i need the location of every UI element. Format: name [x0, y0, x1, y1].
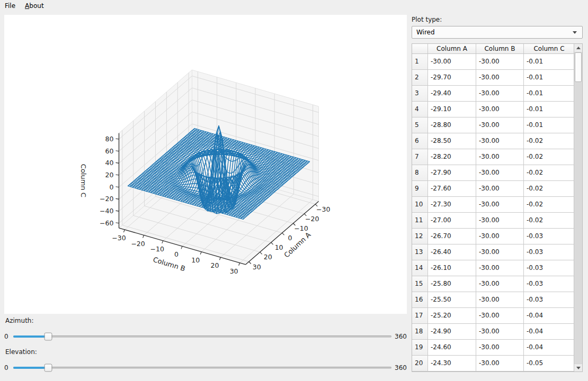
- cell-column-a[interactable]: -30.00: [428, 54, 476, 70]
- table-row[interactable]: 6-28.50-30.00-0.02: [412, 133, 574, 149]
- table-row[interactable]: 9-27.60-30.00-0.02: [412, 181, 574, 197]
- table-row[interactable]: 10-27.30-30.00-0.02: [412, 197, 574, 213]
- cell-column-b[interactable]: -30.00: [476, 213, 524, 229]
- cell-column-c[interactable]: -0.04: [524, 324, 574, 340]
- cell-column-c[interactable]: -0.03: [524, 244, 574, 260]
- elevation-slider-row: 0 360: [4, 364, 407, 372]
- table-row[interactable]: 5-28.80-30.00-0.01: [412, 117, 574, 133]
- cell-column-b[interactable]: -30.00: [476, 54, 524, 70]
- cell-column-b[interactable]: -30.00: [476, 133, 524, 149]
- cell-column-c[interactable]: -0.03: [524, 229, 574, 244]
- cell-column-b[interactable]: -30.00: [476, 86, 524, 102]
- cell-column-c[interactable]: -0.01: [524, 70, 574, 86]
- elevation-slider[interactable]: [13, 367, 391, 369]
- svg-text:0: 0: [174, 250, 179, 258]
- plot-type-select[interactable]: Wired: [412, 26, 583, 39]
- scrollbar-thumb[interactable]: [575, 52, 582, 82]
- cell-column-a[interactable]: -24.30: [428, 356, 476, 371]
- table-row[interactable]: 7-28.20-30.00-0.02: [412, 149, 574, 165]
- cell-column-a[interactable]: -27.90: [428, 165, 476, 181]
- cell-column-a[interactable]: -27.00: [428, 213, 476, 229]
- cell-column-a[interactable]: -29.70: [428, 70, 476, 86]
- table-row[interactable]: 11-27.00-30.00-0.02: [412, 213, 574, 229]
- table-row[interactable]: 15-25.80-30.00-0.03: [412, 276, 574, 292]
- table-row[interactable]: 17-25.20-30.00-0.04: [412, 308, 574, 324]
- table-header-column-b[interactable]: Column B: [476, 44, 524, 53]
- cell-column-b[interactable]: -30.00: [476, 276, 524, 292]
- cell-column-a[interactable]: -25.20: [428, 308, 476, 324]
- table-row[interactable]: 13-26.40-30.00-0.03: [412, 244, 574, 260]
- scrollbar-down-button[interactable]: [574, 364, 582, 371]
- cell-column-a[interactable]: -26.70: [428, 229, 476, 244]
- table-row[interactable]: 19-24.60-30.00-0.04: [412, 340, 574, 356]
- cell-column-c[interactable]: -0.01: [524, 117, 574, 133]
- cell-column-a[interactable]: -28.80: [428, 117, 476, 133]
- table-row[interactable]: 4-29.10-30.00-0.01: [412, 102, 574, 117]
- cell-column-b[interactable]: -30.00: [476, 340, 524, 356]
- cell-column-c[interactable]: -0.03: [524, 260, 574, 276]
- table-row[interactable]: 1-30.00-30.00-0.01: [412, 54, 574, 70]
- table-row[interactable]: 14-26.10-30.00-0.03: [412, 260, 574, 276]
- cell-column-c[interactable]: -0.01: [524, 54, 574, 70]
- cell-column-a[interactable]: -26.40: [428, 244, 476, 260]
- cell-column-c[interactable]: -0.03: [524, 292, 574, 308]
- cell-column-b[interactable]: -30.00: [476, 70, 524, 86]
- table-header-column-c[interactable]: Column C: [524, 44, 574, 53]
- cell-column-a[interactable]: -27.30: [428, 197, 476, 213]
- menu-about-label: bout: [29, 2, 43, 10]
- cell-column-a[interactable]: -28.50: [428, 133, 476, 149]
- cell-column-b[interactable]: -30.00: [476, 229, 524, 244]
- cell-column-c[interactable]: -0.04: [524, 308, 574, 324]
- cell-column-a[interactable]: -28.20: [428, 149, 476, 165]
- cell-column-c[interactable]: -0.02: [524, 133, 574, 149]
- cell-column-b[interactable]: -30.00: [476, 181, 524, 197]
- plot-canvas[interactable]: −30−20−100102030−30−20−10010203080604020…: [4, 15, 407, 314]
- cell-column-b[interactable]: -30.00: [476, 324, 524, 340]
- cell-column-b[interactable]: -30.00: [476, 165, 524, 181]
- cell-column-c[interactable]: -0.02: [524, 165, 574, 181]
- menu-about[interactable]: About: [20, 1, 49, 11]
- cell-column-c[interactable]: -0.02: [524, 181, 574, 197]
- table-row[interactable]: 18-24.90-30.00-0.04: [412, 324, 574, 340]
- table-row[interactable]: 2-29.70-30.00-0.01: [412, 70, 574, 86]
- cell-column-a[interactable]: -25.50: [428, 292, 476, 308]
- cell-column-b[interactable]: -30.00: [476, 244, 524, 260]
- scrollbar-groove[interactable]: [574, 52, 582, 364]
- azimuth-slider[interactable]: [13, 335, 391, 338]
- cell-column-b[interactable]: -30.00: [476, 260, 524, 276]
- cell-column-c[interactable]: -0.02: [524, 197, 574, 213]
- cell-column-a[interactable]: -24.60: [428, 340, 476, 356]
- cell-column-a[interactable]: -24.90: [428, 324, 476, 340]
- table-scrollbar[interactable]: [574, 44, 582, 371]
- table-row[interactable]: 20-24.30-30.00-0.05: [412, 356, 574, 371]
- scrollbar-up-button[interactable]: [574, 44, 582, 52]
- cell-column-c[interactable]: -0.01: [524, 86, 574, 102]
- cell-column-c[interactable]: -0.02: [524, 213, 574, 229]
- row-index-cell: 4: [412, 102, 428, 117]
- azimuth-slider-handle[interactable]: [44, 333, 52, 341]
- cell-column-a[interactable]: -29.40: [428, 86, 476, 102]
- cell-column-b[interactable]: -30.00: [476, 102, 524, 117]
- table-row[interactable]: 3-29.40-30.00-0.01: [412, 86, 574, 102]
- cell-column-a[interactable]: -26.10: [428, 260, 476, 276]
- cell-column-a[interactable]: -29.10: [428, 102, 476, 117]
- table-row[interactable]: 16-25.50-30.00-0.03: [412, 292, 574, 308]
- cell-column-b[interactable]: -30.00: [476, 117, 524, 133]
- elevation-slider-handle[interactable]: [44, 364, 52, 372]
- cell-column-b[interactable]: -30.00: [476, 292, 524, 308]
- table-row[interactable]: 12-26.70-30.00-0.03: [412, 229, 574, 244]
- cell-column-c[interactable]: -0.01: [524, 102, 574, 117]
- cell-column-c[interactable]: -0.04: [524, 340, 574, 356]
- table-header-column-a[interactable]: Column A: [428, 44, 476, 53]
- cell-column-b[interactable]: -30.00: [476, 197, 524, 213]
- cell-column-c[interactable]: -0.03: [524, 276, 574, 292]
- cell-column-b[interactable]: -30.00: [476, 356, 524, 371]
- cell-column-c[interactable]: -0.02: [524, 149, 574, 165]
- cell-column-a[interactable]: -27.60: [428, 181, 476, 197]
- table-row[interactable]: 8-27.90-30.00-0.02: [412, 165, 574, 181]
- cell-column-b[interactable]: -30.00: [476, 308, 524, 324]
- cell-column-b[interactable]: -30.00: [476, 149, 524, 165]
- cell-column-c[interactable]: -0.05: [524, 356, 574, 371]
- cell-column-a[interactable]: -25.80: [428, 276, 476, 292]
- menu-file[interactable]: File: [0, 1, 20, 11]
